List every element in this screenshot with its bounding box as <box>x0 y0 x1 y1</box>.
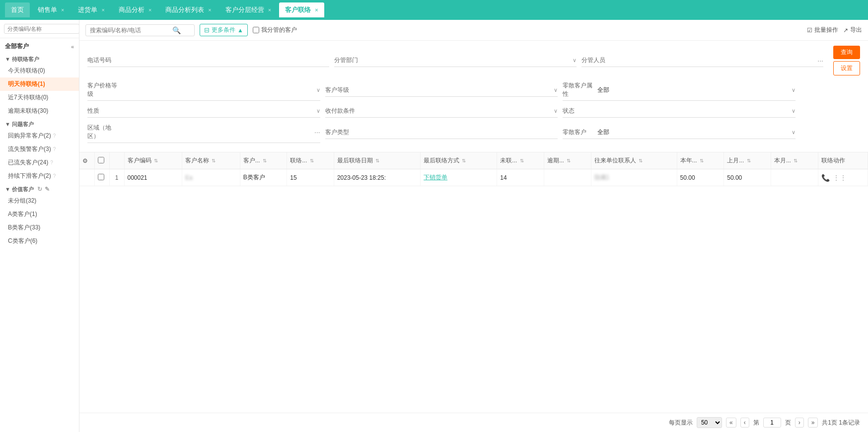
prev-page-btn[interactable]: ‹ <box>740 418 749 428</box>
th-last-contact-date[interactable]: 最后联络日期 ⇅ <box>334 152 420 169</box>
nav-home-label: 首页 <box>11 5 24 14</box>
th-last-month[interactable]: 上月... ⇅ <box>724 152 771 169</box>
query-button[interactable]: 查询 <box>833 46 860 59</box>
filter-phone-input[interactable] <box>122 57 329 64</box>
th-code[interactable]: 客户编码 ⇅ <box>124 152 182 169</box>
cell-last-contact-way-0[interactable]: 下销货单 <box>421 169 497 186</box>
filter-price-level-input[interactable] <box>122 86 316 93</box>
action-menu-icon-0[interactable]: ⋮⋮ <box>833 174 847 182</box>
nav-home[interactable]: 首页 <box>5 2 30 17</box>
nav-customer-contact[interactable]: 客户联络 × <box>279 2 324 17</box>
filter-search-input[interactable] <box>90 27 169 34</box>
sidebar-item-class-b[interactable]: B类客户(33) <box>0 221 79 234</box>
filter-region-input[interactable] <box>122 129 314 136</box>
filter-payment-dropdown[interactable]: ∨ <box>554 108 558 114</box>
nav-goods-analysis-list-close[interactable]: × <box>208 7 211 13</box>
last-page-btn[interactable]: » <box>808 418 818 428</box>
page-input[interactable] <box>763 418 781 428</box>
sort-icon-last-month: ⇅ <box>747 158 751 163</box>
sort-icon-last-contact-way: ⇅ <box>462 158 466 163</box>
my-customers-checkbox-wrap[interactable]: 我分管的客户 <box>253 26 297 34</box>
filter-nature-input[interactable] <box>122 108 316 115</box>
filter-retail-customer: 零散客户 全部 ∨ <box>563 126 796 139</box>
nav-customer-layer[interactable]: 客户分层经营 × <box>219 2 277 17</box>
sidebar-collapse-icon[interactable]: « <box>71 44 74 50</box>
filter-region: 区域（地区） ··· <box>87 122 320 143</box>
th-name[interactable]: 客户名称 ⇅ <box>182 152 240 169</box>
th-contact[interactable]: 联络... ⇅ <box>287 152 334 169</box>
filter-customer-level-dropdown[interactable]: ∨ <box>554 87 558 93</box>
filter-manager-dots[interactable]: ··· <box>817 57 823 65</box>
filter-nature-dropdown[interactable]: ∨ <box>316 108 320 114</box>
th-last-contact-way[interactable]: 最后联络方式 ⇅ <box>421 152 497 169</box>
filter-payment-input[interactable] <box>360 108 554 115</box>
sidebar-item-lost[interactable]: 已流失客户(24) ? <box>0 156 79 169</box>
nav-goods-analysis[interactable]: 商品分析 × <box>113 2 157 17</box>
filter-manager-input[interactable] <box>616 57 818 64</box>
th-customer-type[interactable]: 客户... ⇅ <box>240 152 287 169</box>
filter-retail-customer-dropdown[interactable]: ∨ <box>792 129 796 136</box>
th-not-contact-label: 未联... <box>500 157 517 164</box>
nav-goods-analysis-list[interactable]: 商品分析列表 × <box>159 2 217 17</box>
sidebar-group-pending: ▼ 待联络客户 <box>0 53 79 64</box>
nav-sales-close[interactable]: × <box>61 7 64 13</box>
th-last-contact-way-label: 最后联络方式 <box>424 157 459 164</box>
setting-button[interactable]: 设置 <box>833 61 860 75</box>
nav-purchase-close[interactable]: × <box>101 7 104 13</box>
th-overdue[interactable]: 逾期... ⇅ <box>544 152 591 169</box>
filter-customer-level-input[interactable] <box>360 86 554 93</box>
cell-check-0[interactable] <box>94 169 109 186</box>
sidebar-item-tomorrow[interactable]: 明天待联络(1) <box>0 77 79 91</box>
filter-phone: 电话号码 <box>87 54 329 67</box>
row-checkbox-0[interactable] <box>98 174 104 180</box>
filter-dept-dropdown[interactable]: ∨ <box>573 57 577 64</box>
first-page-btn[interactable]: « <box>726 418 736 428</box>
sidebar-item-abnormal[interactable]: 回购异常客户(2) ? <box>0 129 79 143</box>
content-area: 🔍 ⊟ 更多条件 ▲ 我分管的客户 ☑ 批量操作 ↗ 导出 <box>79 20 868 432</box>
cell-code-0: 000021 <box>124 169 182 186</box>
filter-status-dropdown[interactable]: ∨ <box>792 108 796 114</box>
sidebar-item-class-a[interactable]: A类客户(1) <box>0 208 79 221</box>
filter-dept-input[interactable] <box>369 57 572 64</box>
action-phone-icon-0[interactable]: 📞 <box>821 174 830 182</box>
th-check[interactable] <box>94 152 109 169</box>
sidebar-item-today[interactable]: 今天待联络(0) <box>0 64 79 77</box>
edit-icon-value[interactable]: ✎ <box>45 186 50 193</box>
sidebar-item-class-c[interactable]: C类客户(6) <box>0 234 79 248</box>
refresh-icon-value[interactable]: ↻ <box>37 186 42 193</box>
th-this-month[interactable]: 本月... ⇅ <box>771 152 818 169</box>
filter-retail-attr-label: 零散客户属性 <box>563 81 597 98</box>
th-not-contact[interactable]: 未联... ⇅ <box>497 152 544 169</box>
sidebar-all-customers[interactable]: 全部客户 « <box>0 38 79 53</box>
batch-btn[interactable]: ☑ 批量操作 <box>807 26 838 34</box>
sidebar-item-overdue[interactable]: 逾期未联络(30) <box>0 104 79 118</box>
page-size-select[interactable]: 50 20 100 200 <box>697 417 722 428</box>
sort-icon-code: ⇅ <box>154 158 158 163</box>
nav-customer-layer-close[interactable]: × <box>268 7 271 13</box>
sidebar-item-decline[interactable]: 持续下滑客户(2) ? <box>0 169 79 183</box>
filter-customer-type-input[interactable] <box>360 129 558 136</box>
th-unit-contact[interactable]: 往来单位联系人 ⇅ <box>591 152 677 169</box>
th-this-year[interactable]: 本年... ⇅ <box>677 152 724 169</box>
th-gear[interactable]: ⚙ <box>79 152 94 169</box>
export-btn[interactable]: ↗ 导出 <box>843 26 862 34</box>
filter-price-level-dropdown[interactable]: ∨ <box>316 87 320 93</box>
filter-status-input[interactable] <box>597 108 792 115</box>
sidebar-item-week[interactable]: 近7天待联络(0) <box>0 91 79 104</box>
filter-region-dots[interactable]: ··· <box>314 128 320 136</box>
nav-purchase[interactable]: 进货单 × <box>72 2 110 17</box>
nav-customer-contact-close[interactable]: × <box>315 7 318 13</box>
sidebar-item-no-group[interactable]: 未分组(32) <box>0 194 79 208</box>
last-contact-way-link-0[interactable]: 下销货单 <box>424 174 447 181</box>
my-customers-checkbox[interactable] <box>253 27 259 33</box>
sidebar-search-input[interactable] <box>4 24 79 34</box>
nav-goods-analysis-close[interactable]: × <box>148 7 151 13</box>
filter-search-icon[interactable]: 🔍 <box>172 26 181 34</box>
next-page-btn[interactable]: › <box>795 418 804 428</box>
sidebar-item-warn[interactable]: 流失预警客户(3) ? <box>0 143 79 156</box>
filter-retail-attr-dropdown[interactable]: ∨ <box>792 87 796 93</box>
filter-more-btn[interactable]: ⊟ 更多条件 ▲ <box>200 24 248 36</box>
nav-sales[interactable]: 销售单 × <box>32 2 70 17</box>
filter-retail-customer-label: 零散客户 <box>563 128 597 137</box>
select-all-checkbox[interactable] <box>98 157 104 163</box>
